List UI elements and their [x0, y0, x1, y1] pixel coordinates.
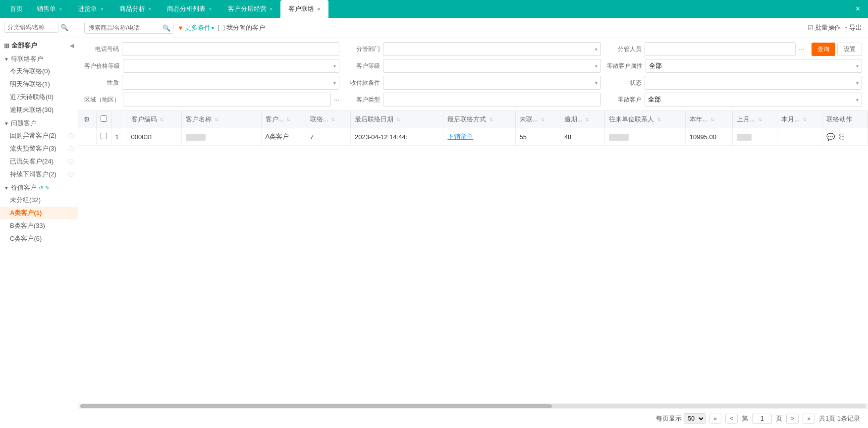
td-last-contact-method: 下销货单 [443, 128, 515, 146]
close-tab-purchase[interactable]: × [100, 0, 103, 18]
cust-level-arrow: ▾ [595, 63, 597, 69]
sidebar-item-today-pending[interactable]: 今天待联络(0) [0, 65, 78, 78]
group-problem-customers[interactable]: ▼ 问题客户 [0, 116, 78, 129]
next-page-button[interactable]: > [786, 414, 799, 424]
region-dots-btn[interactable]: ··· [334, 96, 340, 104]
sidebar-search-icon[interactable]: 🔍 [60, 24, 68, 31]
th-code: 客户编码 ⇅ [127, 111, 182, 128]
sidebar-item-c-class[interactable]: C类客户(6) [0, 232, 78, 245]
filter-payment-select[interactable]: ▾ [383, 76, 600, 90]
sidebar-item-overdue-pending[interactable]: 逾期未联络(30) [0, 104, 78, 116]
filter-status-select[interactable]: ▾ [645, 76, 862, 90]
tab-customer-contact[interactable]: 客户联络 × [280, 0, 328, 18]
message-action-icon[interactable]: 💬 [826, 133, 835, 141]
tab-customer-segment[interactable]: 客户分层经营 × [220, 0, 280, 18]
sidebar-item-ungrouped[interactable]: 未分组(32) [0, 194, 78, 207]
td-gear [78, 128, 96, 146]
th-uncontacted: 未联... ⇅ [515, 111, 560, 128]
sort-unit-icon: ⇅ [657, 117, 661, 122]
filter-region-input[interactable] [123, 93, 331, 107]
td-contact: 7 [306, 128, 350, 146]
scrollbar-thumb[interactable] [80, 404, 552, 408]
filter-scatter-cust: 零散客户 全部 ▾ [607, 93, 862, 107]
setting-button[interactable]: 设置 [837, 43, 862, 56]
edit-icon[interactable]: ✎ [45, 185, 50, 191]
unit-contact-blurred: RE . [609, 134, 629, 141]
td-action: 💬 ⛓ [822, 128, 868, 146]
prev-page-button[interactable]: < [725, 414, 738, 424]
filter-scatter-cust-select[interactable]: 全部 ▾ [645, 93, 862, 107]
last-page-button[interactable]: » [803, 414, 815, 424]
close-tab-product-analysis-list[interactable]: × [209, 0, 212, 18]
contact-method-link[interactable]: 下销货单 [447, 133, 473, 140]
query-button[interactable]: 查询 [812, 43, 835, 56]
filter-price-level-select[interactable]: ▾ [123, 59, 339, 73]
sidebar-item-7days-pending[interactable]: 近7天待联络(0) [0, 91, 78, 104]
td-level: A类客户 [261, 128, 306, 146]
my-customers-checkbox[interactable] [218, 25, 224, 31]
table-row: 1 000031 Ea A类客户 7 2023-04-12 14:44: 下销货… [78, 128, 868, 146]
close-tab-customer-contact[interactable]: × [317, 0, 320, 18]
table-scroll[interactable]: ⚙ 客户编码 ⇅ 客户名称 [78, 111, 868, 403]
sidebar: 🔍 ⊞ 全部客户 ◀ ▼ 待联络客户 今天待联络(0) 明天待联络(1) 近7天… [0, 18, 78, 428]
close-tab-sales[interactable]: × [59, 0, 62, 18]
scatter-attr-arrow: ▾ [856, 63, 859, 69]
tab-sales[interactable]: 销售单 × [29, 0, 70, 18]
filter-cust-type-input[interactable] [383, 93, 600, 107]
tab-product-analysis[interactable]: 商品分析 × [111, 0, 159, 18]
group-value-customers[interactable]: ▼ 价值客户 ↺ ✎ [0, 181, 78, 194]
filter-manager-input[interactable] [645, 42, 796, 56]
filter-dept-select[interactable]: ▾ [383, 42, 600, 56]
filter-phone-input[interactable] [122, 42, 339, 56]
filter-nature: 性质 ▾ [84, 76, 339, 90]
tab-product-analysis-list[interactable]: 商品分析列表 × [159, 0, 219, 18]
sidebar-item-repurchase-abnormal[interactable]: 回购异常客户(2) ⓘ [0, 129, 78, 142]
collapse-icon[interactable]: ◀ [70, 43, 74, 49]
export-button[interactable]: ↑ 导出 [845, 23, 863, 32]
sidebar-search-input[interactable] [4, 22, 58, 33]
sort-contact-icon: ⇅ [331, 117, 335, 122]
filter-cust-level-select[interactable]: ▾ [383, 59, 600, 73]
per-page-select[interactable]: 50 [684, 413, 705, 424]
filter-manager-label: 分管人员 [607, 45, 642, 54]
grid-icon: ⊞ [4, 42, 9, 50]
link-action-icon[interactable]: ⛓ [838, 133, 845, 141]
row-checkbox[interactable] [101, 133, 107, 139]
tab-purchase[interactable]: 进货单 × [70, 0, 111, 18]
data-table: ⚙ 客户编码 ⇅ 客户名称 [78, 111, 868, 146]
manager-dots-btn[interactable]: ··· [799, 45, 805, 53]
filter-scatter-attr-select[interactable]: 全部 ▾ [646, 59, 862, 73]
group-pending-contact[interactable]: ▼ 待联络客户 [0, 52, 78, 65]
top-nav: 首页 销售单 × 进货单 × 商品分析 × 商品分析列表 × 客户分层经营 × … [0, 0, 868, 18]
customer-name-blurred: Ea [186, 134, 206, 141]
close-tab-product-analysis[interactable]: × [148, 0, 151, 18]
page-input[interactable] [752, 414, 772, 424]
refresh-icon[interactable]: ↺ [39, 185, 43, 191]
sidebar-item-tomorrow-pending[interactable]: 明天待联络(1) [0, 78, 78, 91]
select-all-checkbox[interactable] [101, 115, 107, 122]
close-all-button[interactable]: × [856, 4, 860, 13]
sidebar-item-churned[interactable]: 已流失客户(24) ⓘ [0, 155, 78, 168]
sidebar-item-churn-warning[interactable]: 流失预警客户(3) ⓘ [0, 142, 78, 155]
sort-last-month-icon: ⇅ [758, 117, 762, 122]
sidebar-item-a-class[interactable]: A类客户(1) [0, 207, 78, 219]
home-button[interactable]: 首页 [4, 0, 29, 18]
th-last-contact-date: 最后联络日期 ⇅ [351, 111, 443, 128]
search-icon[interactable]: 🔍 [163, 24, 170, 32]
filter-nature-select[interactable]: ▾ [122, 76, 339, 90]
all-customers-header[interactable]: ⊞ 全部客户 ◀ [0, 37, 78, 52]
more-filter-button[interactable]: ▼ 更多条件 ▾ [177, 23, 214, 32]
sidebar-item-declining[interactable]: 持续下滑客户(2) ⓘ [0, 168, 78, 181]
filter-scatter-cust-label: 零散客户 [607, 96, 642, 104]
table-area: ⚙ 客户编码 ⇅ 客户名称 [78, 111, 868, 428]
filter-search-input[interactable] [84, 22, 173, 34]
advanced-filter: 电话号码 分管部门 ▾ 分管人员 ··· 查询 设置 [78, 38, 868, 111]
close-tab-customer-segment[interactable]: × [270, 0, 272, 18]
first-page-button[interactable]: « [709, 414, 722, 424]
my-customers-checkbox-label[interactable]: 我分管的客户 [218, 23, 265, 32]
batch-op-button[interactable]: ☑ 批量操作 [808, 23, 841, 32]
last-month-blurred [737, 134, 752, 141]
horizontal-scrollbar[interactable] [78, 403, 868, 409]
table-gear-icon[interactable]: ⚙ [84, 115, 90, 123]
sidebar-item-b-class[interactable]: B类客户(33) [0, 219, 78, 232]
